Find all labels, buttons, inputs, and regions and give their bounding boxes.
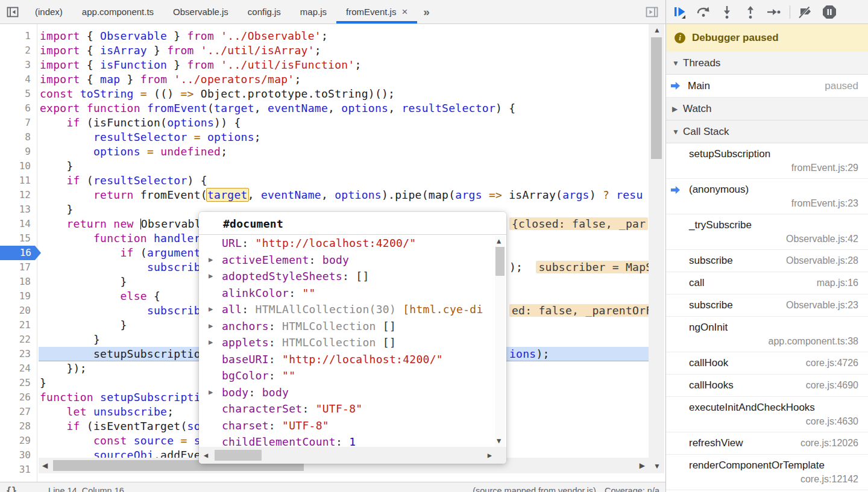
line-number[interactable]: 31 [0, 462, 37, 477]
popover-hscroll-thumb[interactable] [215, 450, 262, 461]
line-number[interactable]: 18 [0, 275, 37, 289]
step-button[interactable] [766, 4, 782, 20]
line-number[interactable]: 10 [0, 159, 37, 173]
popover-scroll-down-icon[interactable]: ▼ [497, 437, 501, 444]
expand-arrow-icon[interactable]: ▶ [209, 318, 213, 335]
pretty-print-button[interactable]: {} [6, 485, 17, 492]
code-line-2[interactable]: import { isArray } from '../util/isArray… [0, 43, 649, 58]
step-over-button[interactable] [696, 4, 711, 20]
scroll-down-arrow-icon[interactable]: ▼ [653, 462, 661, 470]
threads-section-header[interactable]: ▼ Threads [666, 52, 868, 75]
code-line-1[interactable]: import { Observable } from '../Observabl… [0, 29, 649, 43]
line-number[interactable]: 1 [0, 29, 37, 43]
breakpoint-marker[interactable]: 16 [0, 246, 41, 260]
code-line-4[interactable]: import { map } from '../operators/map'; [0, 72, 649, 87]
navigator-panel-toggle-button[interactable] [0, 0, 25, 23]
code-line-12[interactable]: return fromEvent(target, eventName, opti… [0, 188, 649, 202]
pause-on-exceptions-button[interactable] [822, 4, 837, 20]
code-line-3[interactable]: import { isFunction } from '../util/isFu… [0, 58, 649, 72]
call-stack-frame[interactable]: executeInitAndCheckHookscore.js:4630 [666, 397, 868, 432]
expand-arrow-icon[interactable]: ▶ [209, 268, 213, 285]
step-into-button[interactable] [719, 4, 735, 20]
tab-map-js[interactable]: map.js [291, 0, 336, 23]
line-number[interactable]: 8 [0, 130, 37, 145]
tab-close-icon[interactable]: × [401, 7, 407, 17]
tab-observable-js[interactable]: Observable.js [163, 0, 238, 23]
line-number[interactable]: 28 [0, 419, 37, 434]
line-number[interactable]: 3 [0, 58, 37, 72]
call-stack-frame[interactable]: ngOnInitapp.component.ts:38 [666, 317, 868, 352]
line-number[interactable]: 30 [0, 448, 37, 462]
call-stack-frame[interactable]: callHookcore.js:4726 [666, 352, 868, 375]
tab-config-js[interactable]: config.js [238, 0, 291, 23]
popover-scroll-right-icon[interactable]: ▶ [488, 452, 492, 459]
line-number[interactable]: 11 [0, 173, 37, 188]
code-line-9[interactable]: options = undefined; [0, 145, 649, 159]
popover-scroll-up-icon[interactable]: ▲ [497, 237, 501, 244]
toolbar-divider [790, 5, 790, 19]
tab--index-[interactable]: (index) [25, 0, 72, 23]
call-stack-frame[interactable]: renderComponentOrTemplatecore.js:12142 [666, 455, 868, 490]
popover-horizontal-scrollbar[interactable]: ◀ ▶ [199, 447, 506, 464]
tab-fromevent-js[interactable]: fromEvent.js× [336, 0, 417, 23]
line-number[interactable]: 17 [0, 260, 37, 275]
line-number[interactable]: 15 [0, 231, 37, 246]
line-number[interactable]: 2 [0, 43, 37, 58]
line-number[interactable]: 20 [0, 304, 37, 318]
call-stack-section-header[interactable]: ▼ Call Stack [666, 120, 868, 143]
code-line-11[interactable]: if (resultSelector) { [0, 173, 649, 188]
code-line-5[interactable]: const toString = (() => Object.prototype… [0, 87, 649, 101]
line-number[interactable]: 23 [0, 347, 37, 361]
call-stack-frame[interactable]: setupSubscriptionfromEvent.js:29 [666, 143, 868, 179]
popover-vscroll-thumb[interactable] [495, 247, 505, 276]
scroll-left-arrow-icon[interactable]: ◀ [42, 462, 48, 469]
line-number[interactable]: 5 [0, 87, 37, 101]
popover-vertical-scrollbar[interactable]: ▲ ▼ [495, 236, 505, 447]
call-stack-frame[interactable]: refreshViewcore.js:12026 [666, 432, 868, 455]
code-line-6[interactable]: export function fromEvent(target, eventN… [0, 101, 649, 116]
line-number[interactable]: 27 [0, 405, 37, 419]
line-number[interactable]: 9 [0, 145, 37, 159]
line-number[interactable]: 7 [0, 116, 37, 130]
scroll-up-arrow-icon[interactable]: ▲ [653, 26, 661, 34]
line-number[interactable]: 29 [0, 434, 37, 448]
popover-scroll-left-icon[interactable]: ◀ [204, 452, 208, 459]
line-number[interactable]: 4 [0, 72, 37, 87]
line-number-gutter[interactable]: 1234567891011121314151617181920212223242… [0, 24, 37, 482]
editor-vertical-scrollbar[interactable]: ▲ ▼ [649, 24, 664, 473]
watch-section-header[interactable]: ▶ Watch [666, 98, 868, 120]
line-number[interactable]: 21 [0, 318, 37, 332]
line-number[interactable]: 12 [0, 188, 37, 202]
more-tabs-button[interactable]: » [417, 0, 436, 23]
deactivate-breakpoints-button[interactable] [798, 4, 814, 20]
line-number[interactable]: 24 [0, 361, 37, 376]
expand-arrow-icon[interactable]: ▶ [209, 301, 213, 318]
call-stack-frame[interactable]: subscribeObservable.js:28 [666, 250, 868, 272]
debugger-sidebar-toggle-button[interactable] [638, 0, 665, 23]
editor-vscroll-thumb[interactable] [651, 37, 662, 159]
line-number[interactable]: 6 [0, 101, 37, 116]
line-number[interactable]: 22 [0, 332, 37, 347]
expand-arrow-icon[interactable]: ▶ [209, 384, 213, 401]
call-stack-frame[interactable]: (anonymous)fromEvent.js:23 [666, 179, 868, 214]
line-number[interactable]: 14 [0, 217, 37, 231]
step-out-button[interactable] [743, 4, 758, 20]
line-number[interactable]: 19 [0, 289, 37, 304]
call-stack-frame[interactable]: callHookscore.js:4690 [666, 375, 868, 397]
resume-script-button[interactable] [672, 4, 688, 20]
code-line-8[interactable]: resultSelector = options; [0, 130, 649, 145]
call-stack-frame[interactable]: subscribeObservable.js:23 [666, 294, 868, 317]
tab-app-component-ts[interactable]: app.component.ts [72, 0, 163, 23]
thread-row-main[interactable]: Mainpaused [666, 75, 868, 98]
line-number[interactable]: 26 [0, 390, 37, 405]
call-stack-frame[interactable]: _trySubscribeObservable.js:42 [666, 214, 868, 250]
line-number[interactable]: 13 [0, 202, 37, 217]
expand-arrow-icon[interactable]: ▶ [209, 334, 213, 351]
line-number[interactable]: 25 [0, 376, 37, 390]
call-stack-frame[interactable]: callmap.js:16 [666, 272, 868, 294]
code-line-7[interactable]: if (isFunction(options)) { [0, 116, 649, 130]
code-line-10[interactable]: } [0, 159, 649, 173]
expand-arrow-icon[interactable]: ▶ [209, 252, 213, 269]
scroll-right-arrow-icon[interactable]: ▶ [640, 462, 645, 469]
hover-highlighted-token[interactable]: target [206, 188, 249, 202]
